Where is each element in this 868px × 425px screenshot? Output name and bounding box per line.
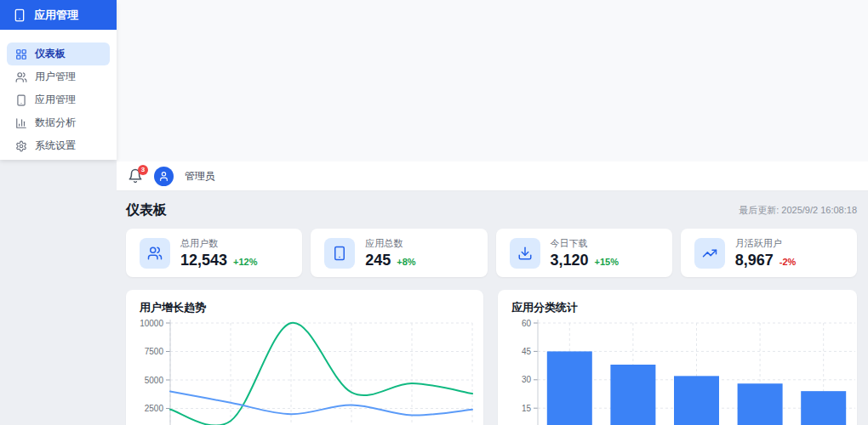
- stat-value: 12,543: [180, 252, 227, 269]
- user-growth-line-chart: 25005000750010000: [126, 318, 483, 425]
- smartphone-icon: [13, 8, 26, 22]
- stat-label: 月活跃用户: [735, 237, 797, 250]
- user-avatar[interactable]: [154, 167, 174, 186]
- sidebar-item-users[interactable]: 用户管理: [7, 65, 110, 88]
- stat-delta: -2%: [779, 257, 797, 267]
- stat-card-total-users: 总用户数 12,543 +12%: [126, 229, 302, 277]
- app-category-chart-card: 应用分类统计 15304560: [498, 290, 857, 425]
- svg-text:60: 60: [522, 319, 532, 328]
- download-icon: [510, 238, 540, 269]
- sidebar-item-label: 仪表板: [35, 47, 66, 61]
- page-title: 仪表板: [126, 201, 167, 219]
- stat-delta: +12%: [233, 257, 257, 267]
- svg-text:5000: 5000: [145, 376, 164, 385]
- users-icon: [140, 238, 170, 269]
- sidebar-item-apps[interactable]: 应用管理: [7, 88, 110, 111]
- gear-icon: [15, 140, 27, 152]
- dashboard-grid-icon: [15, 48, 27, 60]
- sidebar-item-dashboard[interactable]: 仪表板: [7, 42, 110, 65]
- empty-top-region: [117, 0, 868, 162]
- sidebar-item-label: 数据分析: [35, 116, 76, 130]
- header-bar: 3 管理员: [117, 162, 868, 191]
- stat-value: 245: [365, 252, 391, 269]
- stat-card-total-apps: 应用总数 245 +8%: [311, 229, 487, 277]
- trending-up-icon: [694, 238, 725, 269]
- smartphone-icon: [15, 94, 27, 106]
- svg-text:30: 30: [522, 375, 532, 384]
- svg-text:2500: 2500: [145, 404, 164, 413]
- sidebar-item-label: 应用管理: [35, 93, 76, 107]
- stat-label: 应用总数: [365, 237, 415, 250]
- user-name: 管理员: [185, 169, 215, 184]
- app-logo-header: 应用管理: [0, 0, 117, 30]
- svg-text:15: 15: [522, 404, 532, 413]
- user-growth-chart-card: 用户增长趋势 25005000750010000: [126, 290, 483, 425]
- chart-title: 应用分类统计: [498, 290, 857, 318]
- app-title: 应用管理: [34, 8, 78, 23]
- charts-row: 用户增长趋势 25005000750010000 应用分类统计 15304560: [126, 290, 857, 425]
- main-content: 仪表板 最后更新: 2025/9/2 16:08:18 总用户数 12,543 …: [117, 191, 868, 425]
- notification-badge: 3: [138, 165, 148, 175]
- svg-text:45: 45: [522, 347, 532, 356]
- stat-delta: +8%: [397, 257, 415, 267]
- stat-card-downloads-today: 今日下载 3,120 +15%: [496, 229, 672, 277]
- stat-label: 总用户数: [180, 237, 258, 250]
- bar-chart-icon: [15, 117, 27, 129]
- stat-value: 3,120: [551, 252, 589, 269]
- stat-label: 今日下载: [551, 237, 620, 250]
- svg-text:10000: 10000: [140, 319, 163, 328]
- sidebar-item-label: 系统设置: [35, 139, 76, 153]
- smartphone-icon: [324, 238, 355, 269]
- last-updated: 最后更新: 2025/9/2 16:08:18: [739, 204, 857, 217]
- stat-value: 8,967: [735, 252, 774, 269]
- svg-text:7500: 7500: [145, 347, 164, 356]
- users-icon: [15, 71, 27, 83]
- stat-card-monthly-active-users: 月活跃用户 8,967 -2%: [681, 229, 857, 277]
- app-category-bar-chart: 15304560: [498, 318, 857, 425]
- notification-bell[interactable]: 3: [128, 168, 143, 184]
- sidebar-item-settings[interactable]: 系统设置: [7, 134, 110, 157]
- stat-delta: +15%: [595, 257, 619, 267]
- stats-row: 总用户数 12,543 +12% 应用总数 245 +8%: [126, 229, 857, 277]
- sidebar-item-label: 用户管理: [35, 70, 76, 84]
- sidebar-nav: 仪表板 用户管理 应用管理 数据分析 系统设置: [0, 30, 117, 157]
- sidebar: 应用管理 仪表板 用户管理 应用管理 数据分析: [0, 0, 117, 160]
- sidebar-item-analytics[interactable]: 数据分析: [7, 111, 110, 134]
- chart-title: 用户增长趋势: [126, 290, 483, 318]
- user-icon: [158, 171, 169, 182]
